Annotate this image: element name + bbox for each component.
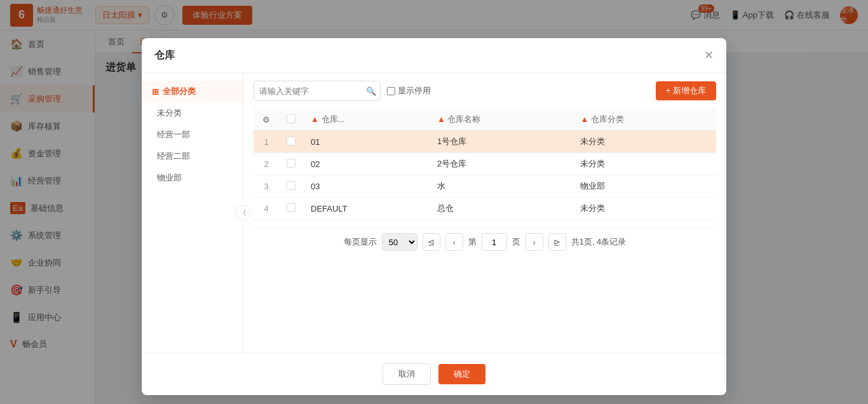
dialog-footer: 取消 确定: [142, 353, 726, 395]
category-item-ops2[interactable]: 经营二部: [142, 145, 243, 167]
collapse-panel-button[interactable]: 《: [235, 205, 250, 220]
warehouse-table: ⚙ ▲ 仓库... ▲ 仓库名称 ▲ 仓库分类: [254, 109, 716, 220]
row-name: 2号仓库: [430, 153, 573, 175]
show-disabled-label[interactable]: 显示停用: [387, 85, 431, 97]
row-code: 02: [303, 153, 430, 175]
dialog-body: ⊞ 全部分类 未分类 经营一部 经营二部 物业部 《 🔍: [142, 73, 726, 353]
select-all-checkbox[interactable]: [287, 114, 295, 123]
table-panel: 🔍 显示停用 + 新增仓库 ⚙ ▲ 仓库.: [243, 73, 726, 353]
row-num: 3: [254, 175, 279, 198]
dialog-close-button[interactable]: ✕: [704, 48, 714, 62]
search-input-wrap: 🔍: [254, 81, 381, 101]
table-row[interactable]: 2 02 2号仓库 未分类: [254, 153, 716, 175]
category-item-uncategorized[interactable]: 未分类: [142, 102, 243, 124]
row-checkbox-cell: [279, 153, 303, 175]
table-row[interactable]: 4 DEFAULT 总仓 未分类: [254, 198, 716, 220]
search-bar: 🔍 显示停用 + 新增仓库: [254, 81, 716, 101]
row-name: 1号仓库: [430, 131, 573, 153]
total-info: 共1页, 4条记录: [571, 236, 627, 248]
col-name: ▲ 仓库名称: [430, 109, 573, 131]
page-suffix: 页: [512, 236, 520, 248]
pagination: 每页显示 50 100 ⊴ ‹ 第 页 › ⊵ 共1页, 4条记录: [254, 227, 716, 251]
warehouse-dialog: 仓库 ✕ ⊞ 全部分类 未分类 经营一部 经营二部 物业部 《: [142, 38, 726, 395]
per-page-label: 每页显示: [344, 236, 377, 248]
table-row[interactable]: 3 03 水 物业部: [254, 175, 716, 198]
category-item-ops1[interactable]: 经营一部: [142, 124, 243, 145]
table-header-row: ⚙ ▲ 仓库... ▲ 仓库名称 ▲ 仓库分类: [254, 109, 716, 131]
row-checkbox-cell: [279, 175, 303, 198]
col-category: ▲ 仓库分类: [573, 109, 716, 131]
grid-icon: ⊞: [152, 87, 159, 97]
col-checkbox: [279, 109, 303, 131]
row-num: 2: [254, 153, 279, 175]
row-checkbox-cell: [279, 198, 303, 220]
row-num: 4: [254, 198, 279, 220]
all-categories[interactable]: ⊞ 全部分类: [142, 81, 243, 102]
row-category: 未分类: [573, 153, 716, 175]
row-checkbox[interactable]: [287, 159, 295, 168]
dialog-title: 仓库: [154, 49, 175, 62]
row-category: 未分类: [573, 131, 716, 153]
add-warehouse-button[interactable]: + 新增仓库: [656, 81, 716, 100]
show-disabled-checkbox[interactable]: [387, 87, 395, 95]
dialog-header: 仓库 ✕: [142, 38, 726, 73]
table-row[interactable]: 1 01 1号仓库 未分类: [254, 131, 716, 153]
confirm-button[interactable]: 确定: [438, 364, 485, 384]
row-name: 总仓: [430, 198, 573, 220]
cancel-button[interactable]: 取消: [383, 363, 431, 385]
row-checkbox[interactable]: [287, 181, 295, 190]
first-page-button[interactable]: ⊴: [423, 233, 440, 251]
page-label: 第: [468, 236, 477, 248]
row-checkbox[interactable]: [287, 203, 295, 212]
table-body: 1 01 1号仓库 未分类 2 02 2号仓库 未分类 3: [254, 131, 716, 220]
row-checkbox[interactable]: [287, 137, 295, 145]
table-header: ⚙ ▲ 仓库... ▲ 仓库名称 ▲ 仓库分类: [254, 109, 716, 131]
category-item-property[interactable]: 物业部: [142, 167, 243, 189]
next-page-button[interactable]: ›: [526, 233, 543, 251]
row-code: DEFAULT: [303, 198, 430, 220]
col-settings: ⚙: [254, 109, 279, 131]
col-code: ▲ 仓库...: [303, 109, 430, 131]
row-checkbox-cell: [279, 131, 303, 153]
search-icon: 🔍: [366, 86, 376, 96]
category-panel: ⊞ 全部分类 未分类 经营一部 经营二部 物业部 《: [142, 73, 243, 353]
search-input[interactable]: [259, 86, 366, 96]
row-code: 03: [303, 175, 430, 198]
row-category: 物业部: [573, 175, 716, 198]
page-number-input[interactable]: [482, 233, 507, 251]
row-num: 1: [254, 131, 279, 153]
row-category: 未分类: [573, 198, 716, 220]
last-page-button[interactable]: ⊵: [548, 233, 566, 251]
prev-page-button[interactable]: ‹: [445, 233, 463, 251]
row-name: 水: [430, 175, 573, 198]
row-code: 01: [303, 131, 430, 153]
per-page-select[interactable]: 50 100: [382, 233, 417, 251]
